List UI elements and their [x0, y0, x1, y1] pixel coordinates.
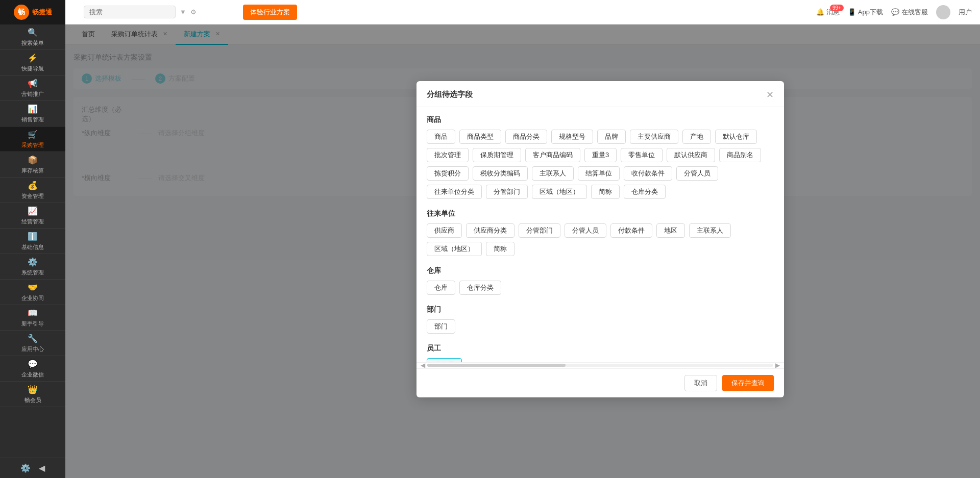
- field-section-title-goods: 商品: [427, 115, 774, 124]
- settings-icon[interactable]: ⚙️: [20, 463, 31, 473]
- field-tag-goods-7[interactable]: 默认仓库: [715, 130, 757, 144]
- cancel-button[interactable]: 取消: [684, 375, 717, 391]
- field-tag-goods-6[interactable]: 产地: [682, 130, 711, 144]
- sidebar-item-12[interactable]: 🔧应用中心: [0, 331, 65, 356]
- notification-bell[interactable]: 🔔 99+ 消息: [816, 8, 840, 17]
- topbar: ▼ ⚙ 体验行业方案 🔔 99+ 消息 📱 App下载 💬 在线客服 用户: [65, 0, 980, 24]
- field-tags-warehouse: 仓库仓库分类: [427, 281, 774, 295]
- field-tag-goods-10[interactable]: 客户商品编码: [525, 148, 580, 162]
- field-tag-goods-19[interactable]: 收付款条件: [624, 166, 672, 181]
- logo-text: 畅捷通: [32, 8, 52, 17]
- search-dropdown-icon[interactable]: ▼: [180, 8, 186, 16]
- sidebar-item-9[interactable]: ⚙️系统管理: [0, 254, 65, 280]
- sidebar-item-label-5: 库存核算: [21, 167, 44, 174]
- try-industry-button[interactable]: 体验行业方案: [243, 5, 297, 20]
- service-icon: 💬: [891, 8, 899, 16]
- field-tag-goods-0[interactable]: 商品: [427, 130, 455, 144]
- online-service-link[interactable]: 💬 在线客服: [891, 8, 928, 17]
- sidebar-item-8[interactable]: ℹ️基础信息: [0, 229, 65, 254]
- field-section-title-employee: 员工: [427, 344, 774, 353]
- modal-close-icon[interactable]: ✕: [766, 89, 774, 100]
- sidebar-item-label-14: 畅会员: [24, 396, 41, 404]
- sidebar-item-label-11: 新手引导: [21, 320, 44, 328]
- field-tag-goods-14[interactable]: 商品别名: [719, 148, 761, 162]
- modal-footer: 取消 保存并查询: [416, 368, 784, 397]
- bell-icon: 🔔: [816, 8, 824, 16]
- field-tag-partner-0[interactable]: 供应商: [427, 223, 462, 238]
- field-tag-goods-12[interactable]: 零售单位: [621, 148, 663, 162]
- field-tag-goods-15[interactable]: 拣货积分: [427, 166, 469, 181]
- sidebar-item-icon-0: 🔍: [28, 28, 38, 37]
- field-selection-modal: 分组待选字段 ✕ 商品商品商品类型商品分类规格型号品牌主要供应商产地默认仓库批次…: [416, 81, 784, 397]
- sidebar-item-icon-14: 👑: [28, 385, 38, 394]
- search-input[interactable]: [84, 6, 176, 18]
- avatar[interactable]: [936, 5, 950, 19]
- field-tag-partner-6[interactable]: 主联系人: [689, 223, 731, 238]
- field-section-title-warehouse: 仓库: [427, 266, 774, 275]
- app-download-link[interactable]: 📱 App下载: [848, 8, 883, 17]
- sidebar-item-3[interactable]: 📊销售管理: [0, 101, 65, 127]
- field-tag-goods-16[interactable]: 税收分类编码: [473, 166, 528, 181]
- search-area: ▼ ⚙: [84, 6, 237, 18]
- field-tag-goods-2[interactable]: 商品分类: [505, 130, 547, 144]
- sidebar-item-4[interactable]: 🛒采购管理: [0, 127, 65, 152]
- field-tag-partner-2[interactable]: 分管部门: [519, 223, 560, 238]
- field-tag-partner-8[interactable]: 简称: [486, 242, 514, 256]
- sidebar-item-5[interactable]: 📦库存核算: [0, 152, 65, 178]
- field-tag-goods-11[interactable]: 重量3: [584, 148, 617, 162]
- field-tag-goods-8[interactable]: 批次管理: [427, 148, 469, 162]
- field-tag-partner-5[interactable]: 地区: [656, 223, 685, 238]
- sidebar-item-11[interactable]: 📖新手引导: [0, 305, 65, 331]
- field-section-employee: 员工业务员: [427, 344, 774, 362]
- field-tag-partner-7[interactable]: 区域（地区）: [427, 242, 482, 256]
- horizontal-scrollbar[interactable]: [427, 364, 773, 367]
- sidebar-item-label-8: 基础信息: [21, 243, 44, 251]
- field-section-department: 部门部门: [427, 305, 774, 334]
- collapse-icon[interactable]: ◀: [39, 463, 45, 473]
- sidebar-item-icon-12: 🔧: [28, 334, 38, 343]
- field-tag-goods-20[interactable]: 分管人员: [676, 166, 718, 181]
- field-tag-goods-13[interactable]: 默认供应商: [667, 148, 715, 162]
- download-icon: 📱: [848, 8, 856, 16]
- field-tag-department-0[interactable]: 部门: [427, 319, 455, 334]
- field-tag-goods-18[interactable]: 结算单位: [578, 166, 620, 181]
- sidebar-item-14[interactable]: 👑畅会员: [0, 382, 65, 407]
- sidebar-item-label-13: 企业微信: [21, 371, 44, 379]
- field-tag-goods-4[interactable]: 品牌: [597, 130, 626, 144]
- confirm-button[interactable]: 保存并查询: [722, 375, 774, 391]
- logo-icon: 畅: [14, 5, 29, 20]
- field-tag-partner-4[interactable]: 付款条件: [610, 223, 652, 238]
- field-tag-goods-22[interactable]: 分管部门: [486, 185, 528, 199]
- sidebar-item-icon-6: 💰: [28, 181, 38, 190]
- field-section-title-department: 部门: [427, 305, 774, 314]
- sidebar-item-13[interactable]: 💬企业微信: [0, 356, 65, 382]
- field-tag-goods-9[interactable]: 保质期管理: [473, 148, 521, 162]
- field-tag-goods-5[interactable]: 主要供应商: [630, 130, 678, 144]
- field-tag-employee-0[interactable]: 业务员: [427, 358, 462, 362]
- field-tags-employee: 业务员: [427, 358, 774, 362]
- sidebar-item-0[interactable]: 🔍搜索菜单: [0, 24, 65, 50]
- sidebar-logo: 畅 畅捷通: [0, 0, 65, 24]
- field-tag-goods-3[interactable]: 规格型号: [551, 130, 593, 144]
- field-tag-goods-25[interactable]: 仓库分类: [624, 185, 666, 199]
- field-tag-partner-3[interactable]: 分管人员: [565, 223, 606, 238]
- modal-header: 分组待选字段 ✕: [416, 81, 784, 107]
- field-tag-goods-17[interactable]: 主联系人: [532, 166, 574, 181]
- field-tag-goods-24[interactable]: 简称: [591, 185, 620, 199]
- field-tags-goods: 商品商品类型商品分类规格型号品牌主要供应商产地默认仓库批次管理保质期管理客户商品…: [427, 130, 774, 199]
- sidebar-item-1[interactable]: ⚡快捷导航: [0, 50, 65, 76]
- sidebar-item-2[interactable]: 📢营销推广: [0, 76, 65, 101]
- settings-icon[interactable]: ⚙: [190, 8, 197, 16]
- sidebar-item-6[interactable]: 💰资金管理: [0, 178, 65, 203]
- modal-title: 分组待选字段: [427, 90, 473, 99]
- user-name[interactable]: 用户: [959, 8, 972, 17]
- field-tag-partner-1[interactable]: 供应商分类: [466, 223, 514, 238]
- sidebar-menu: 🔍搜索菜单⚡快捷导航📢营销推广📊销售管理🛒采购管理📦库存核算💰资金管理📈经营管理…: [0, 24, 65, 458]
- field-tag-warehouse-0[interactable]: 仓库: [427, 281, 455, 295]
- sidebar-item-10[interactable]: 🤝企业协同: [0, 280, 65, 305]
- field-tag-goods-21[interactable]: 往来单位分类: [427, 185, 482, 199]
- field-tag-goods-1[interactable]: 商品类型: [459, 130, 501, 144]
- field-tag-warehouse-1[interactable]: 仓库分类: [459, 281, 501, 295]
- sidebar-item-7[interactable]: 📈经营管理: [0, 203, 65, 229]
- field-tag-goods-23[interactable]: 区域（地区）: [532, 185, 587, 199]
